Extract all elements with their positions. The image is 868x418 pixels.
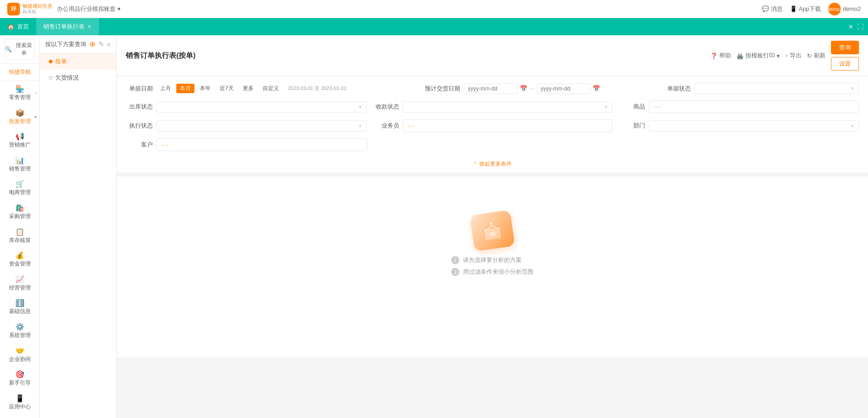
print-btn[interactable]: 🖨️ 按模板打印 ▾ (736, 52, 780, 60)
exec-status-group: 执行状态 ▾ (126, 120, 367, 132)
date-tabs: 上月 本月 本年 近7天 更多 自定义 (156, 84, 283, 93)
salesman-group: 业务员 ··· (372, 119, 613, 132)
tab-custom[interactable]: 自定义 (259, 84, 283, 93)
sales-icon: 📊 (15, 156, 24, 165)
calendar-to-icon[interactable]: 📅 (593, 85, 600, 92)
customer-select[interactable]: ··· (156, 138, 368, 151)
collapse-btn[interactable]: ⌃ 收起更多条件 (473, 160, 512, 168)
filter-row-3: 执行状态 ▾ 业务员 ··· (126, 119, 859, 132)
expected-date-label: 预计交货日期 (424, 85, 460, 93)
tab-bar: 🏠 首页 销售订单执行表 ✕ ✕ ⛶ (0, 18, 868, 35)
sub-sidebar-item-order[interactable]: 按单 (40, 53, 116, 70)
chevron-right-icon: › (35, 90, 37, 95)
goods-label: 商品 (618, 103, 645, 111)
empty-tip-2: 2 用过滤条件来缩小分析范围 (451, 268, 533, 276)
tab-prev-month[interactable]: 上月 (156, 84, 175, 93)
sidebar-item-operations[interactable]: 📈 经营管理 (0, 271, 39, 295)
operations-icon: 📈 (15, 275, 24, 284)
quick-nav-label[interactable]: 快捷导航 (0, 66, 39, 78)
dept-label: 部门 (618, 122, 645, 130)
sub-layout: 按以下方案查询 ⊕ ✎ « 按单 欠货情况 (40, 35, 868, 418)
app-selector[interactable]: 办公用品行业模拟账套 ▾ (57, 5, 121, 13)
collapse-sidebar-btn[interactable]: « (107, 40, 111, 48)
page-header: 销售订单执行表(按单) ❓ 帮助 🖨️ 按模板打印 ▾ ↑ (117, 35, 868, 76)
out-status-select[interactable]: ▾ (156, 101, 367, 113)
tab-close-icon[interactable]: ✕ (87, 24, 92, 30)
sidebar-item-appstore[interactable]: 📱 应用中心 (0, 390, 39, 414)
receive-status-select[interactable]: ▾ (403, 101, 613, 113)
date-range-text: 2023-03-01 至 2023-03-31 (288, 85, 347, 92)
tab-sales-exec[interactable]: 销售订单执行表 ✕ (36, 18, 99, 35)
date-filter-group: 单据日期 上月 本月 本年 近7天 更多 自定义 (126, 84, 419, 93)
filter-row-1: 单据日期 上月 本月 本年 近7天 更多 自定义 (126, 83, 859, 94)
salesman-label: 业务员 (372, 122, 399, 130)
sidebar-item-marketing[interactable]: 📢 营销推广 (0, 128, 39, 152)
sub-sidebar: 按以下方案查询 ⊕ ✎ « 按单 欠货情况 (40, 35, 117, 418)
expected-date-from[interactable] (464, 83, 518, 94)
print-icon: 🖨️ (736, 52, 744, 59)
tab-curr-month[interactable]: 本月 (176, 84, 194, 93)
filter-row-2: 出库状态 ▾ 收款状态 ▾ (126, 100, 859, 113)
salesman-select[interactable]: ··· (403, 119, 613, 132)
download-btn[interactable]: 📱 App下载 (790, 5, 821, 13)
refresh-btn[interactable]: ↻ 刷新 (807, 52, 826, 60)
sidebar-item-inventory[interactable]: 📋 库存核算 (0, 224, 39, 248)
message-btn[interactable]: 💬 消息 (762, 5, 783, 13)
user-area[interactable]: demo2 demo2 (828, 3, 861, 15)
sidebar-item-newbie[interactable]: 🎯 新手引导 (0, 366, 39, 390)
tip-num-2: 2 (451, 268, 459, 276)
goods-select[interactable]: ··· (649, 100, 859, 113)
dept-chevron-icon: ▾ (851, 123, 854, 129)
sub-sidebar-header: 按以下方案查询 ⊕ ✎ « (40, 35, 116, 53)
settings-btn[interactable]: 设置 (831, 57, 859, 71)
sidebar-item-basic[interactable]: ℹ️ 基础信息 (0, 295, 39, 319)
refresh-icon: ↻ (807, 52, 812, 59)
result-section: 1 请先选择要分析的方案 2 用过滤条件来缩小分析范围 (117, 176, 868, 357)
status-select[interactable]: ▾ (694, 83, 859, 94)
tab-curr-year[interactable]: 本年 (196, 84, 214, 93)
sidebar-item-sales[interactable]: 📊 销售管理 (0, 152, 39, 176)
export-btn[interactable]: ↑ 导出 (785, 52, 802, 60)
search-menu-btn[interactable]: 🔍 搜索菜单 (5, 39, 35, 60)
active-dot-icon (49, 60, 52, 63)
wholesale-icon: 📦 (15, 109, 24, 117)
receive-status-label: 收款状态 (372, 103, 399, 111)
tab-home[interactable]: 🏠 首页 (0, 18, 36, 35)
sidebar-item-enterprise[interactable]: 🤝 企业协同 (0, 343, 39, 367)
status-chevron-icon: ▾ (851, 86, 854, 91)
tab-expand-icon[interactable]: ⛶ (857, 23, 863, 30)
tip-num-1: 1 (451, 256, 459, 264)
dept-select[interactable]: ▾ (649, 120, 859, 132)
page-content: 销售订单执行表(按单) ❓ 帮助 🖨️ 按模板打印 ▾ ↑ (117, 35, 868, 418)
chevron-down-icon: ▾ (34, 114, 37, 119)
tab-close-window-icon[interactable]: ✕ (848, 23, 854, 30)
help-btn[interactable]: ❓ 帮助 (710, 52, 731, 60)
tab-last7[interactable]: 近7天 (216, 84, 237, 93)
print-arrow-icon: ▾ (777, 52, 780, 59)
sub-sidebar-item-debt[interactable]: 欠货情况 (40, 70, 116, 86)
add-plan-btn[interactable]: ⊕ (90, 40, 95, 48)
query-btn[interactable]: 查询 (831, 41, 859, 54)
edit-plan-btn[interactable]: ✎ (98, 40, 104, 48)
sidebar-item-retail[interactable]: 🏪 零售管理 › (0, 81, 39, 105)
sidebar-item-ecommerce[interactable]: 🛒 电商管理 (0, 176, 39, 200)
page-header-actions: ❓ 帮助 🖨️ 按模板打印 ▾ ↑ 导出 ↻ (710, 41, 859, 71)
dept-group: 部门 ▾ (618, 120, 859, 132)
sidebar-item-purchase[interactable]: 🛍️ 采购管理 (0, 200, 39, 224)
expected-date-to[interactable] (537, 83, 591, 94)
inactive-dot-icon (49, 76, 52, 80)
out-status-chevron-icon: ▾ (359, 104, 362, 110)
retail-icon: 🏪 (15, 85, 24, 93)
sidebar-item-wholesale[interactable]: 📦 批发管理 ▾ (0, 105, 39, 129)
header-right: 💬 消息 📱 App下载 demo2 demo2 (762, 3, 861, 15)
sidebar-item-system[interactable]: ⚙️ 系统管理 (0, 319, 39, 343)
sidebar-item-wechat[interactable]: 💬 企业微信 (0, 414, 39, 418)
tab-more[interactable]: 更多 (239, 84, 257, 93)
calendar-from-icon[interactable]: 📅 (520, 85, 527, 92)
exec-status-select[interactable]: ▾ (156, 120, 367, 132)
quick-nav-area: 快捷导航 (0, 64, 39, 81)
content-area: 按以下方案查询 ⊕ ✎ « 按单 欠货情况 (40, 35, 868, 418)
sidebar-item-finance[interactable]: 💰 资金管理 (0, 247, 39, 271)
out-status-group: 出库状态 ▾ (126, 101, 367, 113)
finance-icon: 💰 (15, 251, 24, 260)
